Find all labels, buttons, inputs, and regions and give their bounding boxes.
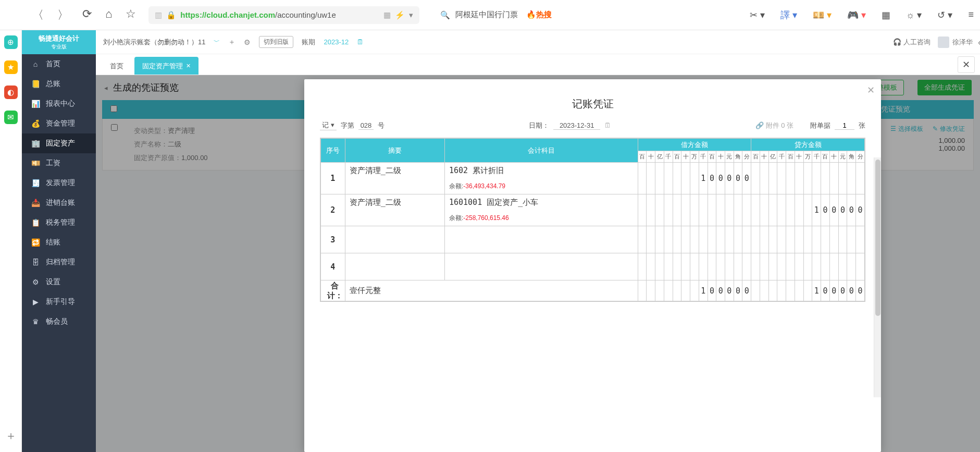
voucher-row[interactable]: 2资产清理_二级1601001 固定资产_小车余额:-258,760,615.4… bbox=[321, 194, 865, 226]
sidebar-item-4[interactable]: 🏢固定资产 bbox=[22, 133, 96, 153]
sidebar-icon: 🧾 bbox=[31, 179, 40, 187]
sidebar-item-9[interactable]: 🔁结账 bbox=[22, 233, 96, 252]
sidebar-item-label: 畅会员 bbox=[46, 317, 68, 326]
sidebar-item-7[interactable]: 📥进销台账 bbox=[22, 193, 96, 213]
user-name: 徐泽华 bbox=[952, 38, 973, 47]
period-label: 账期 bbox=[302, 38, 315, 47]
sidebar-item-3[interactable]: 💰资金管理 bbox=[22, 114, 96, 133]
sidebar-item-5[interactable]: 💴工资 bbox=[22, 153, 96, 173]
forward-icon[interactable]: 〉 bbox=[57, 7, 69, 23]
sidebar-icon: 📊 bbox=[31, 100, 40, 108]
sidebar-item-label: 工资 bbox=[46, 158, 60, 168]
calendar-icon[interactable]: 🗓 bbox=[604, 121, 611, 129]
period-value[interactable]: 2023-12 bbox=[324, 38, 349, 46]
sidebar-icon: ⚙ bbox=[31, 278, 40, 286]
history-icon[interactable]: ↺ ▾ bbox=[937, 9, 952, 21]
sidebar-icon: ⌂ bbox=[31, 60, 40, 68]
search-icon: 🔍 bbox=[440, 10, 450, 20]
sidebar-icon: ▶ bbox=[31, 298, 40, 306]
os-app-3[interactable]: ◐ bbox=[4, 85, 18, 99]
chevron-down-icon[interactable]: ▾ bbox=[409, 10, 413, 20]
tab-home[interactable]: 首页 bbox=[102, 57, 131, 75]
voucher-date[interactable]: 2023-12-31 bbox=[553, 121, 600, 130]
sidebar-item-11[interactable]: ⚙设置 bbox=[22, 272, 96, 292]
browser-chrome: 〈 〉 ⟳ ⌂ ☆ ▥ 🔒 https://cloud.chanjet.com/… bbox=[0, 0, 980, 30]
game-icon[interactable]: 🎮 ▾ bbox=[847, 9, 866, 21]
attachment-link[interactable]: 🔗 附件 0 张 bbox=[755, 121, 793, 130]
grid-icon[interactable]: ▦ bbox=[882, 9, 890, 21]
close-panel-icon[interactable]: ‹ bbox=[978, 37, 980, 48]
sun-icon[interactable]: ☼ ▾ bbox=[906, 9, 922, 21]
close-icon[interactable]: ✕ bbox=[867, 84, 875, 96]
shield-icon: ▥ bbox=[155, 10, 162, 20]
address-bar[interactable]: ▥ 🔒 https://cloud.chanjet.com/accounting… bbox=[148, 6, 419, 24]
voucher-row[interactable]: 4 bbox=[321, 253, 865, 280]
switch-old-button[interactable]: 切到旧版 bbox=[259, 36, 293, 48]
lock-icon: 🔒 bbox=[166, 10, 176, 20]
sidebar-item-label: 税务管理 bbox=[46, 218, 75, 227]
star-icon[interactable]: ☆ bbox=[126, 7, 136, 23]
close-icon[interactable]: ✕ bbox=[186, 63, 191, 69]
close-all-tabs[interactable]: ✕ bbox=[958, 56, 975, 73]
modal-title: 记账凭证 bbox=[304, 97, 881, 111]
brand: 畅捷通好会计 专业版 bbox=[22, 30, 96, 54]
sidebar-item-12[interactable]: ▶新手引导 bbox=[22, 292, 96, 312]
sidebar-item-label: 归档管理 bbox=[46, 258, 75, 267]
calendar-icon[interactable]: 🗓 bbox=[357, 38, 364, 46]
sidebar-item-label: 固定资产 bbox=[46, 139, 75, 148]
voucher-table: 序号 摘要 会计科目 借方金额 贷方金额 百十亿千百十万千百十元角分百十亿千百十… bbox=[320, 138, 865, 302]
add-icon[interactable]: ＋ bbox=[228, 38, 235, 47]
sidebar-item-1[interactable]: 📒总账 bbox=[22, 74, 96, 94]
sidebar-item-label: 结账 bbox=[46, 238, 60, 247]
sidebar-item-10[interactable]: 🗄归档管理 bbox=[22, 252, 96, 272]
gear-icon[interactable]: ⚙ bbox=[244, 38, 251, 46]
scissors-icon[interactable]: ✂ ▾ bbox=[750, 9, 765, 21]
voucher-row[interactable]: 3 bbox=[321, 226, 865, 253]
sidebar-icon: 🔁 bbox=[31, 238, 40, 247]
sidebar-icon: 💴 bbox=[31, 159, 40, 167]
reload-icon[interactable]: ⟳ bbox=[82, 7, 92, 23]
fudan-input[interactable] bbox=[835, 121, 854, 130]
home-icon[interactable]: ⌂ bbox=[105, 7, 112, 23]
headset-icon[interactable]: 🎧 人工咨询 bbox=[893, 38, 931, 47]
bolt-icon[interactable]: ⚡ bbox=[395, 10, 405, 20]
sidebar-icon: 🏢 bbox=[31, 139, 40, 148]
voucher-type[interactable]: 记 ▾ bbox=[320, 120, 337, 130]
sidebar-icon: 💰 bbox=[31, 119, 40, 128]
account-name: 刘小艳演示账套（勿删勿动！）11 bbox=[103, 38, 205, 47]
tabs: 首页 固定资产管理✕ ✕ bbox=[96, 54, 980, 75]
hot-badge: 🔥热搜 bbox=[526, 10, 552, 20]
app-sidebar: 畅捷通好会计 专业版 ⌂首页📒总账📊报表中心💰资金管理🏢固定资产💴工资🧾发票管理… bbox=[22, 30, 96, 452]
sidebar-item-13[interactable]: ♛畅会员 bbox=[22, 312, 96, 332]
os-app-4[interactable]: ✉ bbox=[4, 111, 18, 124]
sidebar-item-label: 发票管理 bbox=[46, 178, 75, 188]
voucher-row[interactable]: 1资产清理_二级1602 累计折旧余额:-36,493,434.79100000 bbox=[321, 163, 865, 194]
os-sidebar: ⊕ ★ ◐ ✉ ＋ bbox=[0, 30, 22, 452]
avatar[interactable] bbox=[938, 36, 949, 48]
sidebar-item-6[interactable]: 🧾发票管理 bbox=[22, 173, 96, 193]
sidebar-item-0[interactable]: ⌂首页 bbox=[22, 54, 96, 74]
back-icon[interactable]: 〈 bbox=[32, 7, 44, 23]
url-text: https://cloud.chanjet.com/accounting/uw1… bbox=[180, 10, 336, 19]
sidebar-item-label: 总账 bbox=[46, 79, 60, 89]
translate-icon[interactable]: 譯 ▾ bbox=[780, 9, 797, 21]
os-app-2[interactable]: ★ bbox=[4, 60, 18, 74]
search-box[interactable]: 🔍 阿根廷中国行门票 🔥热搜 bbox=[440, 10, 552, 20]
scrollbar-thumb[interactable] bbox=[875, 160, 880, 316]
voucher-modal: ✕ 记账凭证 记 ▾ 字第 028 号 日期： 2023-12-31 🗓 🔗 附… bbox=[304, 79, 881, 452]
sidebar-item-label: 资金管理 bbox=[46, 119, 75, 128]
scrollbar[interactable] bbox=[874, 157, 881, 397]
qr-icon[interactable]: ▦ bbox=[383, 10, 391, 20]
browser-tools: ✂ ▾ 譯 ▾ 💴 ▾ 🎮 ▾ ▦ ☼ ▾ ↺ ▾ ≡ bbox=[750, 9, 974, 21]
voucher-number[interactable]: 028 bbox=[358, 121, 374, 130]
os-app-1[interactable]: ⊕ bbox=[4, 35, 18, 49]
sidebar-item-label: 设置 bbox=[46, 277, 60, 287]
account-dropdown-icon[interactable]: ﹀ bbox=[214, 38, 220, 46]
sidebar-item-8[interactable]: 📋税务管理 bbox=[22, 213, 96, 233]
tab-fixed-assets[interactable]: 固定资产管理✕ bbox=[134, 57, 199, 75]
os-add[interactable]: ＋ bbox=[5, 428, 17, 444]
sidebar-item-label: 首页 bbox=[46, 59, 60, 69]
wallet-icon[interactable]: 💴 ▾ bbox=[813, 9, 832, 21]
menu-icon[interactable]: ≡ bbox=[968, 9, 974, 20]
sidebar-item-2[interactable]: 📊报表中心 bbox=[22, 94, 96, 114]
